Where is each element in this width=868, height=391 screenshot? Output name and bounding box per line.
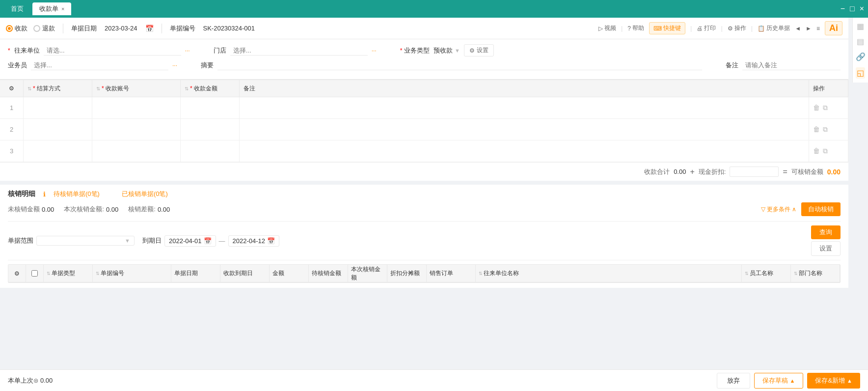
print-link[interactable]: 🖨 打印 bbox=[697, 24, 716, 32]
filter-icon: ▽ bbox=[761, 206, 765, 213]
close-button[interactable]: × bbox=[860, 4, 864, 13]
form-row-1: * 往来单位 ··· 门店 ··· * 业务类型 预收款 ▼ ⚙ 设置 bbox=[8, 44, 841, 56]
save-new-label: 保存&新增 bbox=[815, 376, 845, 385]
row-1-account[interactable] bbox=[92, 97, 181, 118]
calendar-to-icon[interactable]: 📅 bbox=[267, 237, 275, 245]
row-1-settlement[interactable] bbox=[24, 97, 92, 118]
row-2-account[interactable] bbox=[92, 119, 181, 140]
row-1-copy-icon[interactable]: ⧉ bbox=[823, 104, 828, 112]
operate-label: 操作 bbox=[734, 24, 746, 32]
maximize-button[interactable]: □ bbox=[850, 4, 855, 13]
salesperson-input[interactable] bbox=[31, 60, 168, 70]
unverified-stat: 未核销金额 0.00 bbox=[8, 205, 54, 214]
th-notes: 备注 bbox=[240, 80, 809, 97]
date-value[interactable]: 2023-03-24 bbox=[105, 25, 137, 32]
partner-more-btn[interactable]: ··· bbox=[185, 47, 190, 54]
th-settlement: ⇅ * 结算方式 bbox=[24, 80, 92, 97]
operate-link[interactable]: ⚙ 操作 bbox=[728, 24, 746, 32]
total-label: 收款合计 bbox=[644, 168, 670, 176]
radio-shoukuan[interactable]: 收款 bbox=[6, 24, 27, 33]
search-settings-button[interactable]: 设置 bbox=[811, 241, 841, 256]
bth-gear[interactable]: ⚙ bbox=[8, 265, 26, 282]
footer: 本单上次⊙ 0.00 放弃 保存草稿 ▲ 保存&新增 ▲ bbox=[0, 369, 868, 391]
abandon-button[interactable]: 放弃 bbox=[717, 373, 750, 389]
help-icon: ? bbox=[627, 25, 631, 32]
right-sidebar: ▦ ▤ 🔗 ◱ bbox=[852, 18, 868, 83]
sidebar-table-icon[interactable]: ▦ bbox=[857, 22, 864, 31]
calendar-from-icon[interactable]: 📅 bbox=[204, 237, 212, 245]
list-icon[interactable]: ≡ bbox=[816, 25, 820, 32]
row-2-copy-icon[interactable]: ⧉ bbox=[823, 125, 828, 134]
row-2-settlement[interactable] bbox=[24, 119, 92, 140]
store-input[interactable] bbox=[230, 46, 368, 56]
date-from-input[interactable]: 2022-04-01 📅 bbox=[164, 235, 216, 247]
sidebar-expand-icon[interactable]: ◱ bbox=[856, 67, 865, 79]
pending-tab[interactable]: 待核销单据(0笔) bbox=[54, 190, 100, 198]
row-2-amount[interactable] bbox=[181, 119, 240, 140]
row-1-notes[interactable] bbox=[240, 97, 809, 118]
biz-type-select[interactable]: 预收款 ▼ bbox=[434, 46, 460, 55]
chevron-icon: ∧ bbox=[792, 206, 796, 213]
partner-input[interactable] bbox=[44, 46, 181, 56]
bth-discount: 折扣分摊额 bbox=[387, 265, 427, 282]
partner-label: 往来单位 bbox=[14, 46, 40, 55]
row-3-copy-icon[interactable]: ⧉ bbox=[823, 147, 828, 155]
ai-icon[interactable]: Ai bbox=[825, 21, 842, 35]
salesperson-more-btn[interactable]: ··· bbox=[172, 62, 177, 69]
verify-actions: ▽ 更多条件 ∧ 自动核销 bbox=[761, 202, 841, 216]
this-verify-value: 0.00 bbox=[106, 206, 118, 213]
sidebar-list-icon[interactable]: ▤ bbox=[857, 37, 864, 46]
range-select[interactable]: ▼ bbox=[36, 236, 135, 246]
current-value: 0.00 bbox=[40, 377, 53, 384]
save-new-button[interactable]: 保存&新增 ▲ bbox=[807, 373, 860, 389]
shortcut-link[interactable]: ⌨ 快捷键 bbox=[649, 22, 685, 34]
select-all-checkbox[interactable] bbox=[31, 270, 38, 277]
tab-home[interactable]: 首页 bbox=[4, 2, 30, 15]
settings-button[interactable]: ⚙ 设置 bbox=[464, 44, 494, 56]
row-3-notes[interactable] bbox=[240, 140, 809, 162]
tab-close-icon[interactable]: × bbox=[61, 6, 64, 12]
summary-input[interactable] bbox=[217, 60, 702, 70]
done-tab[interactable]: 已核销单据(0笔) bbox=[122, 190, 168, 198]
discount-input[interactable] bbox=[730, 167, 779, 177]
row-3-account[interactable] bbox=[92, 140, 181, 162]
row-2-notes[interactable] bbox=[240, 119, 809, 140]
video-label: 视频 bbox=[604, 24, 616, 32]
date-to-input[interactable]: 2022-04-12 📅 bbox=[228, 235, 280, 247]
tab-receipt[interactable]: 收款单 × bbox=[32, 2, 71, 15]
store-more-btn[interactable]: ··· bbox=[372, 47, 377, 54]
row-num-1: 1 bbox=[0, 97, 24, 118]
row-1-amount[interactable] bbox=[181, 97, 240, 118]
tab-home-label: 首页 bbox=[11, 4, 24, 13]
row-2-delete-icon[interactable]: 🗑 bbox=[813, 125, 820, 134]
notes-input[interactable] bbox=[742, 60, 841, 70]
date-to-value: 2022-04-12 bbox=[233, 237, 266, 245]
row-3-amount[interactable] bbox=[181, 140, 240, 162]
verify-stats-row: 未核销金额 0.00 本次核销金额: 0.00 核销差额: 0.00 ▽ 更多条… bbox=[8, 202, 841, 216]
bth-checkbox[interactable] bbox=[26, 265, 44, 282]
row-3-settlement[interactable] bbox=[24, 140, 92, 162]
table-gear[interactable]: ⚙ bbox=[0, 80, 24, 97]
radio-tuikuan[interactable]: 退款 bbox=[33, 24, 55, 33]
calendar-icon[interactable]: 📅 bbox=[145, 25, 154, 32]
query-button[interactable]: 查询 bbox=[811, 225, 841, 239]
notes-label: 备注 bbox=[726, 61, 738, 70]
auto-verify-button[interactable]: 自动核销 bbox=[801, 202, 841, 216]
verify-info-icon[interactable]: ℹ bbox=[43, 191, 46, 198]
help-link[interactable]: ? 帮助 bbox=[627, 24, 644, 32]
video-link[interactable]: ▷ 视频 bbox=[598, 24, 616, 32]
save-draft-button[interactable]: 保存草稿 ▲ bbox=[754, 373, 804, 389]
form-area: * 往来单位 ··· 门店 ··· * 业务类型 预收款 ▼ ⚙ 设置 业务员 bbox=[0, 39, 848, 80]
next-icon[interactable]: ► bbox=[806, 25, 812, 32]
history-link[interactable]: 📋 历史单据 bbox=[758, 24, 790, 32]
row-3-delete-icon[interactable]: 🗑 bbox=[813, 147, 820, 155]
table-row: 2 🗑 ⧉ bbox=[0, 119, 848, 140]
sidebar-attach-icon[interactable]: 🔗 bbox=[856, 52, 866, 61]
prev-icon[interactable]: ◄ bbox=[795, 25, 801, 32]
doc-num-label: 单据编号 bbox=[170, 24, 195, 33]
row-1-delete-icon[interactable]: 🗑 bbox=[813, 104, 820, 112]
minimize-button[interactable]: − bbox=[841, 4, 845, 13]
th-operation: 操作 bbox=[809, 80, 848, 97]
footer-btns: 放弃 保存草稿 ▲ 保存&新增 ▲ bbox=[717, 373, 860, 389]
more-conditions-link[interactable]: ▽ 更多条件 ∧ bbox=[761, 205, 796, 214]
